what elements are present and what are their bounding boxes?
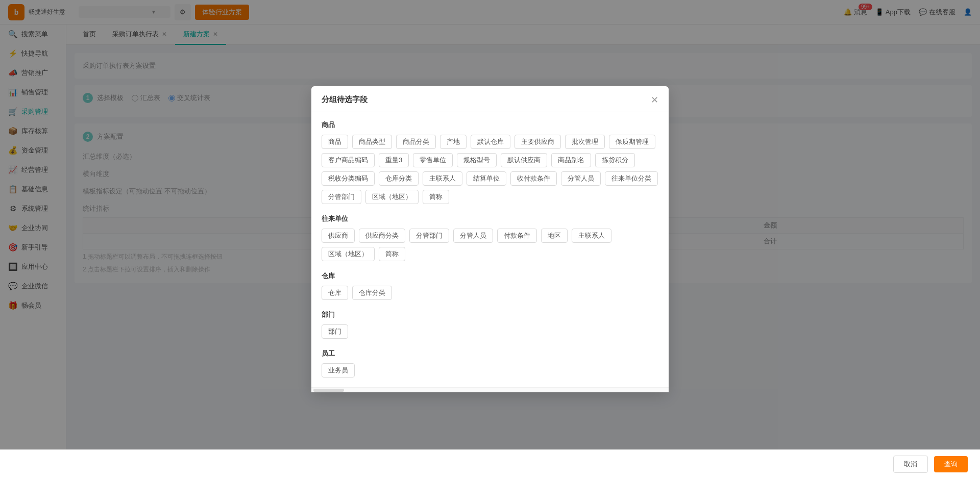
field-tag-goods-6[interactable]: 批次管理: [565, 135, 605, 149]
field-tag-goods-24[interactable]: 简称: [423, 190, 449, 204]
field-tag-partner-8[interactable]: 简称: [379, 247, 405, 261]
field-tag-goods-8[interactable]: 客户商品编码: [322, 153, 375, 167]
field-tag-goods-19[interactable]: 收付款条件: [510, 171, 557, 186]
section-partner: 往来单位 供应商 供应商分类 分管部门 分管人员 付款条件 地区 主联系人 区域…: [322, 214, 658, 261]
field-tag-goods-16[interactable]: 仓库分类: [379, 171, 419, 186]
field-tag-goods-22[interactable]: 分管部门: [322, 190, 361, 204]
modal-hscroll-thumb: [313, 389, 344, 392]
section-employee-label: 员工: [322, 349, 658, 358]
field-tag-goods-18[interactable]: 结算单位: [467, 171, 506, 186]
field-tag-goods-13[interactable]: 商品别名: [551, 153, 591, 167]
field-tag-partner-3[interactable]: 分管人员: [453, 229, 493, 243]
field-tag-goods-1[interactable]: 商品类型: [352, 135, 392, 149]
field-tag-partner-4[interactable]: 付款条件: [497, 229, 537, 243]
field-tag-goods-5[interactable]: 主要供应商: [514, 135, 561, 149]
field-select-modal: 分组待选字段 ✕ 商品 商品 商品类型 商品分类 产地 默认仓库 主要供应商 批…: [311, 86, 669, 392]
modal-close-button[interactable]: ✕: [651, 94, 658, 106]
section-warehouse-label: 仓库: [322, 271, 658, 281]
field-tag-partner-2[interactable]: 分管部门: [409, 229, 449, 243]
modal-horizontal-scrollbar[interactable]: [311, 387, 669, 392]
field-tag-partner-7[interactable]: 区域（地区）: [322, 247, 375, 261]
section-employee: 员工 业务员: [322, 349, 658, 378]
warehouse-field-tags: 仓库 仓库分类: [322, 286, 658, 300]
field-tag-partner-1[interactable]: 供应商分类: [359, 229, 405, 243]
field-tag-goods-15[interactable]: 税收分类编码: [322, 171, 375, 186]
section-department-label: 部门: [322, 310, 658, 319]
field-tag-warehouse-1[interactable]: 仓库分类: [352, 286, 392, 300]
goods-field-tags: 商品 商品类型 商品分类 产地 默认仓库 主要供应商 批次管理 保质期管理 客户…: [322, 135, 658, 204]
field-tag-goods-14[interactable]: 拣货积分: [595, 153, 635, 167]
field-tag-warehouse-0[interactable]: 仓库: [322, 286, 348, 300]
modal-overlay: 分组待选字段 ✕ 商品 商品 商品类型 商品分类 产地 默认仓库 主要供应商 批…: [0, 0, 980, 478]
field-tag-goods-4[interactable]: 默认仓库: [471, 135, 510, 149]
field-tag-partner-5[interactable]: 地区: [541, 229, 568, 243]
field-tag-goods-7[interactable]: 保质期管理: [609, 135, 655, 149]
section-department: 部门 部门: [322, 310, 658, 339]
employee-field-tags: 业务员: [322, 363, 658, 378]
field-tag-partner-0[interactable]: 供应商: [322, 229, 355, 243]
field-tag-goods-23[interactable]: 区域（地区）: [365, 190, 419, 204]
section-partner-label: 往来单位: [322, 214, 658, 223]
cancel-button[interactable]: 取消: [893, 456, 928, 473]
section-goods: 商品 商品 商品类型 商品分类 产地 默认仓库 主要供应商 批次管理 保质期管理…: [322, 120, 658, 204]
modal-header: 分组待选字段 ✕: [311, 86, 669, 112]
field-tag-goods-3[interactable]: 产地: [440, 135, 467, 149]
field-tag-dept-0[interactable]: 部门: [322, 324, 348, 339]
field-tag-goods-9[interactable]: 重量3: [379, 153, 409, 167]
field-tag-goods-2[interactable]: 商品分类: [396, 135, 436, 149]
field-tag-goods-10[interactable]: 零售单位: [413, 153, 453, 167]
confirm-button[interactable]: 查询: [934, 456, 968, 472]
partner-field-tags: 供应商 供应商分类 分管部门 分管人员 付款条件 地区 主联系人 区域（地区） …: [322, 229, 658, 261]
department-field-tags: 部门: [322, 324, 658, 339]
field-tag-employee-0[interactable]: 业务员: [322, 363, 355, 378]
modal-title: 分组待选字段: [322, 95, 368, 105]
field-tag-goods-0[interactable]: 商品: [322, 135, 348, 149]
section-warehouse: 仓库 仓库 仓库分类: [322, 271, 658, 300]
field-tag-goods-12[interactable]: 默认供应商: [501, 153, 547, 167]
modal-body: 商品 商品 商品类型 商品分类 产地 默认仓库 主要供应商 批次管理 保质期管理…: [311, 112, 669, 387]
field-tag-goods-11[interactable]: 规格型号: [457, 153, 497, 167]
section-goods-label: 商品: [322, 120, 658, 130]
field-tag-partner-6[interactable]: 主联系人: [572, 229, 611, 243]
field-tag-goods-21[interactable]: 往来单位分类: [605, 171, 658, 186]
bottom-bar: 取消 查询: [0, 449, 980, 478]
field-tag-goods-20[interactable]: 分管人员: [561, 171, 601, 186]
field-tag-goods-17[interactable]: 主联系人: [423, 171, 462, 186]
